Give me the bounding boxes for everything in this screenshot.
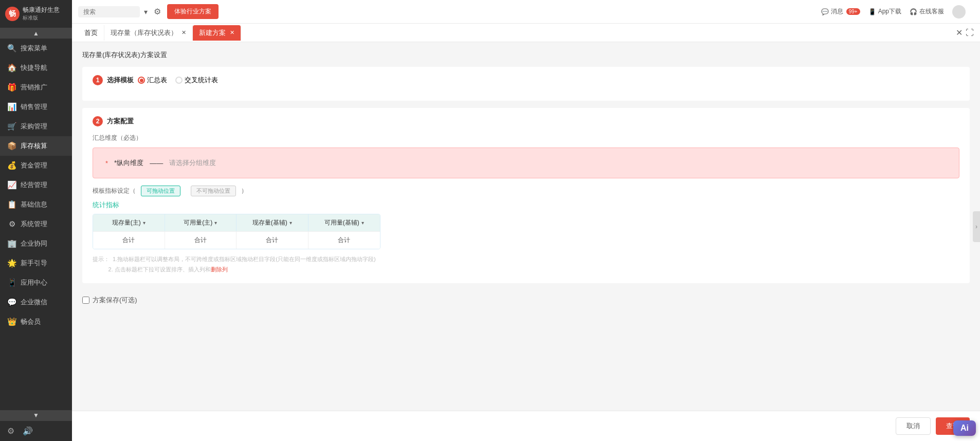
topbar-online-service[interactable]: 🎧 在线客服 [910, 7, 944, 16]
sidebar-item-search[interactable]: 🔍 搜索菜单 [0, 39, 72, 58]
dimension-dash: —— [150, 159, 163, 167]
app-logo-icon: 畅 [5, 7, 20, 21]
sidebar-item-label-operations: 经营管理 [21, 180, 47, 190]
operations-icon: 📈 [7, 180, 16, 190]
tab-close-all-button[interactable]: ✕ [956, 28, 963, 38]
sidebar-item-label-app: 应用中心 [21, 278, 47, 287]
sidebar-item-quick-nav[interactable]: 🏠 快捷导航 [0, 58, 72, 78]
sidebar-item-label-basic: 基础信息 [21, 200, 47, 209]
td-cell-3: 合计 [308, 231, 380, 249]
sidebar-item-marketing[interactable]: 🎁 营销推广 [0, 78, 72, 97]
right-collapse-button[interactable]: › [973, 211, 980, 242]
new-plan-tab-close[interactable]: ✕ [230, 29, 234, 36]
save-scheme-checkbox[interactable] [82, 297, 89, 304]
basic-info-icon: 📋 [7, 200, 16, 209]
message-label: 消息 [831, 7, 843, 16]
td-cell-1: 合计 [165, 231, 237, 249]
indicator-table-body: 合计 合计 合计 合计 [93, 231, 380, 249]
tip-text-2: 2. 点击标题栏下拉可设置排序、插入列和删除列 [93, 265, 959, 275]
sidebar-logo: 畅 畅康通好生意 标准版 [0, 0, 72, 28]
tab-new-plan[interactable]: 新建方案 ✕ [193, 25, 241, 41]
tip-text-1: 提示： 1.拖动标题栏可以调整布局，不可跨维度或指标区域拖动栏目字段(只能在同一… [93, 254, 959, 265]
indicator-table-header: 现存量(主) ▾ 可用量(主) ▾ 现存量(基辅) ▾ 可用量(基辅) [93, 214, 380, 231]
sidebar-scroll-down[interactable]: ▼ [0, 410, 72, 420]
th-dropdown-3[interactable]: ▾ [361, 220, 364, 226]
sidebar-item-label-wechat: 企业微信 [21, 298, 47, 307]
th-dropdown-0[interactable]: ▾ [143, 220, 146, 226]
dimension-placeholder[interactable]: 请选择分组维度 [169, 158, 216, 168]
sidebar-item-inventory[interactable]: 📦 库存核算 [0, 136, 72, 156]
sidebar-item-enterprise[interactable]: 🏢 企业协同 [0, 234, 72, 253]
tab-expand-button[interactable]: ⛶ [966, 28, 974, 38]
sidebar-item-vip[interactable]: 👑 畅会员 [0, 312, 72, 332]
td-cell-2: 合计 [237, 231, 308, 249]
settings-footer-icon[interactable]: ⚙ [7, 426, 14, 436]
home-tab-label: 首页 [84, 28, 98, 38]
template-summary-option[interactable]: 汇总表 [138, 76, 167, 85]
user-avatar [952, 5, 966, 19]
topbar-dropdown-button[interactable]: ▾ [144, 8, 148, 16]
sidebar-item-new-guide[interactable]: 🌟 新手引导 [0, 253, 72, 273]
sidebar-item-basic-info[interactable]: 📋 基础信息 [0, 195, 72, 214]
indicator-settings-suffix: ） [241, 187, 247, 195]
template-options: 汇总表 交叉统计表 [138, 76, 218, 85]
tab-inventory[interactable]: 现存量（库存状况表） ✕ [104, 25, 193, 41]
sidebar-item-wechat[interactable]: 💬 企业微信 [0, 292, 72, 312]
industry-plan-button[interactable]: 体验行业方案 [167, 4, 219, 19]
sidebar-item-operations[interactable]: 📈 经营管理 [0, 175, 72, 195]
headset-icon: 🎧 [910, 8, 917, 15]
th-dropdown-1[interactable]: ▾ [214, 220, 217, 226]
sidebar-scroll-up[interactable]: ▲ [0, 28, 72, 39]
ai-badge[interactable]: Ai [953, 420, 976, 436]
sidebar-item-purchase[interactable]: 🛒 采购管理 [0, 117, 72, 136]
dimension-required-mark: * [105, 159, 108, 167]
sidebar-item-label-system: 系统管理 [21, 219, 47, 229]
save-scheme-label: 方案保存(可选) [93, 296, 137, 305]
search-icon: 🔍 [7, 44, 16, 53]
topbar-right: 💬 消息 99+ 📱 App下载 🎧 在线客服 [821, 5, 974, 19]
topbar-app-download[interactable]: 📱 App下载 [868, 7, 901, 16]
message-icon: 💬 [821, 8, 829, 15]
tip-delete-link: 删除列 [211, 266, 228, 272]
topbar-message[interactable]: 💬 消息 99+ [821, 7, 860, 16]
template-cross-label: 交叉统计表 [185, 76, 218, 85]
app-center-icon: 📱 [7, 278, 16, 287]
finance-icon: 💰 [7, 161, 16, 170]
sidebar-item-finance[interactable]: 💰 资金管理 [0, 156, 72, 175]
template-summary-radio[interactable] [138, 77, 145, 84]
tabs-bar: 首页 现存量（库存状况表） ✕ 新建方案 ✕ ✕ ⛶ [72, 24, 980, 42]
sidebar-nav: 🔍 搜索菜单 🏠 快捷导航 🎁 营销推广 📊 销售管理 🛒 采购管理 📦 库存核… [0, 39, 72, 410]
indicator-settings-prefix: 模板指标设定（ [93, 187, 136, 195]
td-cell-0: 合计 [93, 231, 165, 249]
th-label-3: 可用量(基辅) [324, 218, 359, 227]
sidebar-footer: ⚙ 🔊 [0, 420, 72, 441]
guide-icon: 🌟 [7, 259, 16, 268]
section2-header: 2 方案配置 [93, 116, 959, 126]
tab-home[interactable]: 首页 [78, 25, 104, 41]
main-area: ▾ ⚙ 体验行业方案 💬 消息 99+ 📱 App下载 🎧 在线客服 首页 [72, 0, 980, 441]
topbar: ▾ ⚙ 体验行业方案 💬 消息 99+ 📱 App下载 🎧 在线客服 [72, 0, 980, 24]
sidebar-item-label-quick: 快捷导航 [21, 63, 47, 72]
cancel-button[interactable]: 取消 [896, 417, 931, 435]
gift-icon: 🎁 [7, 83, 16, 92]
topbar-gear-button[interactable]: ⚙ [154, 7, 161, 16]
sidebar-item-label-inventory: 库存核算 [21, 141, 47, 151]
th-dropdown-2[interactable]: ▾ [289, 220, 292, 226]
service-label: 在线客服 [919, 7, 944, 16]
speaker-footer-icon[interactable]: 🔊 [23, 426, 33, 436]
template-cross-radio[interactable] [175, 77, 183, 84]
topbar-search-input[interactable] [78, 6, 140, 17]
template-cross-option[interactable]: 交叉统计表 [175, 76, 218, 85]
sidebar-item-sales[interactable]: 📊 销售管理 [0, 97, 72, 117]
sidebar-item-system[interactable]: ⚙ 系统管理 [0, 214, 72, 234]
inventory-tab-close[interactable]: ✕ [182, 29, 186, 36]
purchase-icon: 🛒 [7, 122, 16, 131]
tips-section: 提示： 1.拖动标题栏可以调整布局，不可跨维度或指标区域拖动栏目字段(只能在同一… [93, 254, 959, 275]
sales-icon: 📊 [7, 102, 16, 112]
th-cell-3: 可用量(基辅) ▾ [308, 214, 380, 231]
sidebar-item-label-purchase: 采购管理 [21, 122, 47, 131]
enterprise-icon: 🏢 [7, 239, 16, 248]
sidebar-item-app-center[interactable]: 📱 应用中心 [0, 273, 72, 292]
section-template: 1 选择模板 汇总表 交叉统计表 [82, 67, 970, 101]
indicator-table: 现存量(主) ▾ 可用量(主) ▾ 现存量(基辅) ▾ 可用量(基辅) [93, 214, 380, 249]
